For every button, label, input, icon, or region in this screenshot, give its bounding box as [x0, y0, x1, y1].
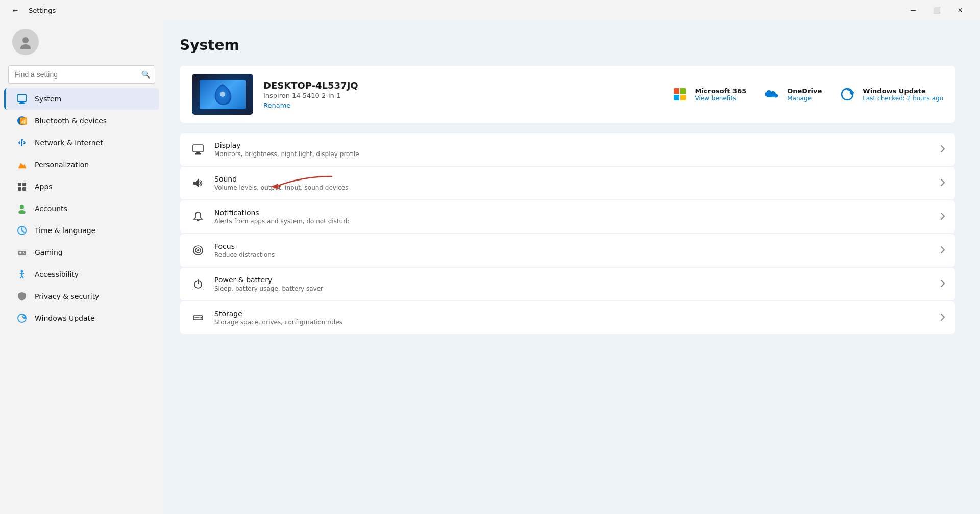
rename-link[interactable]: Rename: [263, 101, 660, 109]
shortcut-onedrive[interactable]: OneDrive Manage: [763, 85, 822, 104]
storage-icon: [190, 310, 206, 326]
device-shortcuts: Microsoft 365 View benefits OneDrive: [671, 85, 943, 104]
svg-rect-4: [19, 103, 25, 104]
sidebar-item-gaming[interactable]: Gaming: [4, 242, 159, 263]
shortcut-ms365[interactable]: Microsoft 365 View benefits: [671, 85, 747, 104]
svg-point-35: [197, 249, 199, 251]
settings-row-power[interactable]: Power & batterySleep, battery usage, bat…: [180, 268, 955, 300]
display-chevron-icon: [940, 145, 945, 155]
notifications-icon: [190, 209, 206, 225]
svg-rect-29: [193, 145, 203, 152]
gaming-icon: [16, 247, 28, 258]
personalization-label: Personalization: [35, 161, 89, 169]
sound-text: SoundVolume levels, output, input, sound…: [214, 175, 932, 191]
notifications-text: NotificationsAlerts from apps and system…: [214, 209, 932, 225]
search-input[interactable]: [8, 65, 155, 84]
avatar: [12, 29, 39, 55]
settings-list: DisplayMonitors, brightness, night light…: [180, 133, 955, 334]
sidebar: 🔍 System📶Bluetooth & devicesNetwork & in…: [0, 20, 163, 514]
settings-row-storage[interactable]: StorageStorage space, drives, configurat…: [180, 301, 955, 334]
sound-chevron-icon: [940, 178, 945, 188]
page-title: System: [180, 37, 955, 54]
sound-title: Sound: [214, 175, 932, 183]
app-title: Settings: [29, 7, 56, 14]
system-icon: [16, 93, 28, 105]
svg-point-20: [21, 270, 23, 273]
power-chevron-icon: [940, 279, 945, 289]
accounts-icon: [16, 203, 28, 214]
sidebar-item-network[interactable]: Network & internet: [4, 132, 159, 153]
power-icon: [190, 276, 206, 292]
svg-rect-2: [17, 95, 27, 101]
time-icon: [16, 225, 28, 236]
titlebar: ← Settings — ⬜ ✕: [0, 0, 980, 20]
device-image-inner: [200, 80, 246, 109]
svg-point-12: [20, 205, 24, 209]
ms365-icon: [671, 85, 689, 104]
apps-icon: [16, 181, 28, 192]
sidebar-item-time[interactable]: Time & language: [4, 220, 159, 241]
sound-subtitle: Volume levels, output, input, sound devi…: [214, 184, 932, 191]
svg-rect-32: [193, 182, 196, 185]
time-label: Time & language: [35, 226, 95, 235]
svg-point-13: [18, 210, 26, 214]
user-profile[interactable]: [0, 20, 163, 65]
settings-row-display[interactable]: DisplayMonitors, brightness, night light…: [180, 133, 955, 166]
bluetooth-icon: 📶: [16, 115, 28, 126]
device-info: DESKTOP-4L537JQ Inspiron 14 5410 2-in-1 …: [263, 80, 660, 109]
svg-point-19: [24, 253, 25, 254]
settings-row-sound[interactable]: SoundVolume levels, output, input, sound…: [180, 167, 955, 199]
onedrive-title: OneDrive: [787, 87, 822, 95]
ms365-subtitle: View benefits: [695, 95, 747, 102]
gaming-label: Gaming: [35, 248, 63, 256]
settings-row-notifications[interactable]: NotificationsAlerts from apps and system…: [180, 200, 955, 233]
svg-rect-9: [22, 183, 26, 186]
sound-icon: [190, 175, 206, 191]
sidebar-item-bluetooth[interactable]: 📶Bluetooth & devices: [4, 110, 159, 132]
system-label: System: [35, 95, 61, 103]
svg-rect-30: [196, 152, 200, 153]
update-icon: [16, 313, 28, 324]
svg-rect-3: [20, 102, 24, 103]
maximize-button[interactable]: ⬜: [925, 2, 948, 18]
display-subtitle: Monitors, brightness, night light, displ…: [214, 150, 932, 158]
storage-chevron-icon: [940, 313, 945, 323]
ms365-title: Microsoft 365: [695, 87, 747, 95]
notifications-chevron-icon: [940, 212, 945, 222]
svg-point-0: [22, 37, 29, 43]
search-icon: 🔍: [141, 70, 150, 79]
personalization-icon: [16, 159, 28, 170]
svg-point-39: [201, 317, 202, 319]
svg-line-25: [22, 276, 23, 278]
svg-rect-11: [22, 187, 26, 191]
sidebar-item-system[interactable]: System: [4, 88, 159, 110]
winupdate-title: Windows Update: [863, 87, 943, 95]
sidebar-item-accessibility[interactable]: Accessibility: [4, 264, 159, 285]
sidebar-item-apps[interactable]: Apps: [4, 176, 159, 197]
notifications-title: Notifications: [214, 209, 932, 217]
focus-text: FocusReduce distractions: [214, 242, 932, 259]
sidebar-nav: System📶Bluetooth & devicesNetwork & inte…: [0, 88, 163, 329]
settings-row-focus[interactable]: FocusReduce distractions: [180, 234, 955, 267]
focus-chevron-icon: [940, 246, 945, 255]
minimize-button[interactable]: —: [901, 2, 925, 18]
svg-point-27: [220, 92, 225, 97]
sidebar-item-accounts[interactable]: Accounts: [4, 198, 159, 219]
display-title: Display: [214, 141, 932, 149]
onedrive-text: OneDrive Manage: [787, 87, 822, 102]
close-button[interactable]: ✕: [948, 2, 972, 18]
focus-subtitle: Reduce distractions: [214, 251, 932, 259]
sidebar-item-privacy[interactable]: Privacy & security: [4, 286, 159, 307]
sidebar-item-personalization[interactable]: Personalization: [4, 154, 159, 175]
notifications-subtitle: Alerts from apps and system, do not dist…: [214, 218, 932, 225]
shortcut-winupdate[interactable]: Windows Update Last checked: 2 hours ago: [838, 85, 943, 104]
sidebar-item-update[interactable]: Windows Update: [4, 307, 159, 329]
accessibility-label: Accessibility: [35, 270, 79, 278]
search-box[interactable]: 🔍: [8, 65, 155, 84]
back-button[interactable]: ←: [8, 3, 22, 17]
display-text: DisplayMonitors, brightness, night light…: [214, 141, 932, 158]
svg-text:📶: 📶: [19, 117, 27, 125]
privacy-label: Privacy & security: [35, 292, 99, 300]
update-label: Windows Update: [35, 314, 95, 322]
accounts-label: Accounts: [35, 204, 67, 213]
